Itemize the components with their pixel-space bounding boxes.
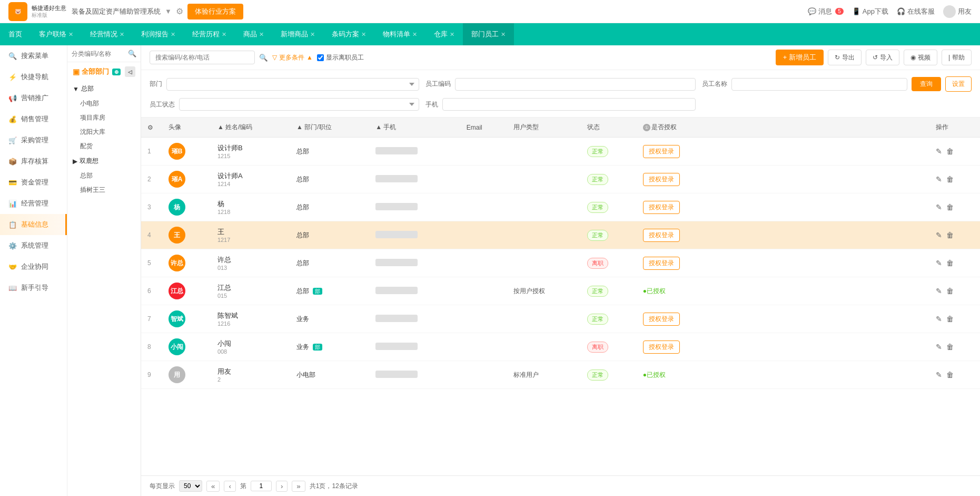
sidenav-item-经营管理[interactable]: 📊经营管理 [0,193,67,214]
view-button[interactable]: ◉ 视频 [904,50,937,65]
edit-button[interactable]: ✎ [936,259,942,267]
nav-item-经营情况[interactable]: 经营情况 ✕ [82,23,133,45]
nav-close-icon[interactable]: ✕ [259,31,264,38]
nav-item-新增商品[interactable]: 新增商品 ✕ [272,23,323,45]
auth-button[interactable]: 授权登录 [643,341,680,354]
sidenav-item-基础信息[interactable]: 📋基础信息 [0,214,67,235]
prev-page-button[interactable]: ‹ [224,481,235,492]
sidenav-item-新手引导[interactable]: 📖新手引导 [0,277,67,298]
filter-empcode-input[interactable] [455,78,695,91]
setting-button[interactable]: 设置 [945,76,972,92]
sidenav-item-营销推广[interactable]: 📢营销推广 [0,87,67,109]
nav-close-icon[interactable]: ✕ [120,31,124,38]
export-button[interactable]: ↻ 导出 [828,50,862,65]
nav-item-利润报告[interactable]: 利润报告 ✕ [133,23,184,45]
next-page-button[interactable]: › [276,481,288,492]
delete-button[interactable]: 🗑 [946,259,954,267]
show-resigned-input[interactable] [317,54,324,61]
sidenav-item-销售管理[interactable]: 💰销售管理 [0,109,67,130]
sidenav-item-企业协同[interactable]: 🤝企业协同 [0,256,67,277]
show-resigned-checkbox[interactable]: 显示离职员工 [317,53,364,62]
col-settings[interactable]: ⚙ [141,118,162,138]
help-button[interactable]: | 帮助 [942,50,972,65]
dept-all-item[interactable]: ▣ 全部部门 ⊕ ◁ [67,62,141,81]
sidenav-item-快捷导航[interactable]: ⚡快捷导航 [0,66,67,87]
delete-button[interactable]: 🗑 [946,315,954,323]
delete-button[interactable]: 🗑 [946,231,954,239]
auth-button[interactable]: 授权登录 [643,313,680,326]
dept-child-chashuwangsan[interactable]: 插树王三 [67,183,141,197]
filter-empname-input[interactable] [731,78,907,91]
edit-button[interactable]: ✎ [936,147,942,155]
dept-child-peihuo[interactable]: 配货 [67,139,141,153]
nav-close-icon[interactable]: ✕ [361,31,366,38]
dept-child-xiangmukufang[interactable]: 项目库房 [67,111,141,125]
page-size-select[interactable]: 50 [179,480,202,492]
more-filters-button[interactable]: ▽ 更多条件 ▲ [272,53,313,62]
filter-phone-input[interactable] [442,98,695,111]
import-button[interactable]: ↺ 导入 [866,50,899,65]
edit-button[interactable]: ✎ [936,343,942,351]
col-phone[interactable]: ▲ 手机 [369,118,460,138]
delete-button[interactable]: 🗑 [946,343,954,351]
sidenav-item-库存核算[interactable]: 📦库存核算 [0,151,67,172]
filter-dept-select[interactable] [166,78,419,91]
app-download-button[interactable]: 📱 App下载 [852,7,888,16]
nav-close-icon[interactable]: ✕ [501,31,506,38]
auth-button[interactable]: 授权登录 [643,201,680,214]
delete-button[interactable]: 🗑 [946,287,954,295]
sidenav-item-采购管理[interactable]: 🛒采购管理 [0,130,67,151]
nav-close-icon[interactable]: ✕ [412,31,417,38]
dropdown-icon[interactable]: ▼ [165,7,172,15]
dept-search-input[interactable] [72,50,128,57]
message-button[interactable]: 💬 消息 5 [808,7,844,16]
nav-close-icon[interactable]: ✕ [450,31,454,38]
col-name[interactable]: ▲ 姓名/编码 [211,118,290,138]
nav-close-icon[interactable]: ✕ [171,31,175,38]
delete-button[interactable]: 🗑 [946,147,954,155]
nav-item-经营历程[interactable]: 经营历程 ✕ [184,23,235,45]
edit-button[interactable]: ✎ [936,287,942,295]
search-input[interactable] [150,51,255,64]
nav-close-icon[interactable]: ✕ [222,31,226,38]
sidenav-item-系统管理[interactable]: ⚙️系统管理 [0,235,67,256]
edit-button[interactable]: ✎ [936,231,942,239]
add-employee-button[interactable]: + 新增员工 [776,50,824,65]
col-dept[interactable]: ▲ 部门/职位 [290,118,369,138]
edit-button[interactable]: ✎ [936,175,942,183]
dept-parent-zongbu[interactable]: ▼ 总部 [67,81,141,96]
first-page-button[interactable]: « [206,481,220,492]
user-avatar[interactable]: 用友 [943,5,972,18]
edit-button[interactable]: ✎ [936,203,942,211]
sidenav-item-资金管理[interactable]: 💳资金管理 [0,172,67,193]
nav-close-icon[interactable]: ✕ [68,31,73,38]
delete-button[interactable]: 🗑 [946,203,954,211]
filter-status-select[interactable] [179,98,419,111]
query-button[interactable]: 查询 [912,77,941,91]
page-number-input[interactable] [251,481,272,491]
last-page-button[interactable]: » [292,481,305,492]
auth-button[interactable]: 授权登录 [643,145,680,158]
experience-button[interactable]: 体验行业方案 [187,4,243,20]
online-service-button[interactable]: 🎧 在线客服 [897,7,935,16]
collapse-btn[interactable]: ◁ [125,66,135,77]
auth-button[interactable]: 授权登录 [643,257,680,270]
dept-child-zongbu[interactable]: 总部 [67,169,141,183]
settings-icon[interactable]: ⚙ [176,6,183,16]
nav-item-物料清单[interactable]: 物料清单 ✕ [374,23,425,45]
auth-button[interactable]: 授权登录 [643,229,680,242]
nav-close-icon[interactable]: ✕ [310,31,315,38]
nav-item-商品[interactable]: 商品 ✕ [235,23,272,45]
edit-button[interactable]: ✎ [936,315,942,323]
nav-item-仓库[interactable]: 仓库 ✕ [425,23,463,45]
dept-search-icon[interactable]: 🔍 [128,50,136,57]
search-button[interactable]: 🔍 [259,54,268,62]
dept-child-xiaodibu[interactable]: 小电部 [67,96,141,111]
nav-item-客户联络[interactable]: 客户联络 ✕ [31,23,82,45]
nav-item-条码方案[interactable]: 条码方案 ✕ [323,23,374,45]
delete-button[interactable]: 🗑 [946,175,954,183]
delete-button[interactable]: 🗑 [946,371,954,379]
dept-parent-shuangluxiang[interactable]: ▶ 双鹿想 [67,153,141,169]
dept-child-shenyangdaku[interactable]: 沈阳大库 [67,125,141,139]
nav-item-首页[interactable]: 首页 [0,23,31,45]
